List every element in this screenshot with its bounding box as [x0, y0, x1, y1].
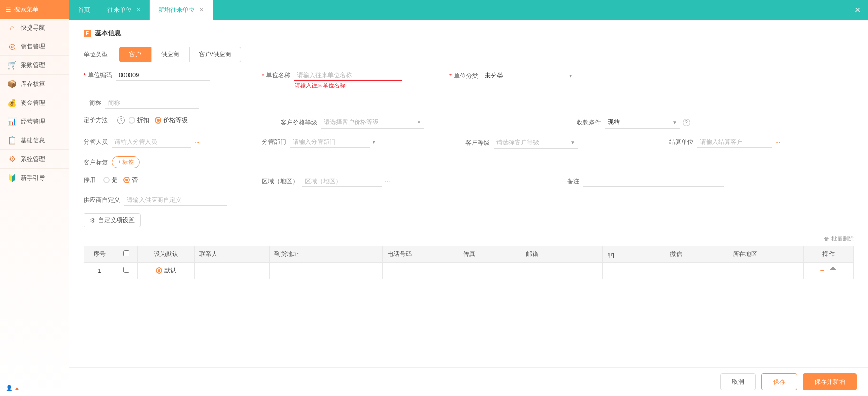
radio-no[interactable]: 否	[123, 176, 138, 184]
type-btn-customer[interactable]: 客户	[119, 47, 151, 62]
settlement-input[interactable]	[697, 136, 772, 148]
sidebar-item-inventory[interactable]: 📦 库存核算	[0, 75, 69, 93]
cancel-button[interactable]: 取消	[720, 373, 756, 390]
add-tag-button[interactable]: + 标签	[112, 156, 140, 168]
sidebar-item-system[interactable]: ⚙ 系统管理	[0, 150, 69, 169]
radio-no-label: 否	[132, 176, 138, 184]
unit-name-group: * 单位名称 请输入往来单位名称	[262, 70, 431, 90]
section-basic-info: F 基本信息	[84, 29, 854, 38]
pricing-hint-icon[interactable]: ?	[117, 116, 125, 124]
fax-input[interactable]	[463, 267, 516, 274]
add-row-button[interactable]: +	[820, 266, 824, 274]
tag-row: 客户标签 + 标签	[84, 156, 854, 168]
operations-icon: 📊	[8, 117, 17, 126]
sidebar-item-operations[interactable]: 📊 经营管理	[0, 112, 69, 131]
delete-row-button[interactable]: 🗑	[830, 266, 837, 274]
unit-type-group: 单位类型 客户 供应商 客户/供应商	[84, 47, 854, 62]
radio-discount[interactable]: 折扣	[129, 116, 149, 124]
search-icon: ☰	[6, 6, 11, 13]
email-input[interactable]	[526, 267, 598, 274]
sidebar-item-quick-nav[interactable]: ⌂ 快捷导航	[0, 19, 69, 37]
payment-hint-icon[interactable]: ?	[683, 119, 690, 126]
unit-code-input[interactable]	[116, 70, 210, 81]
tab-partner-list-label: 往来单位	[107, 6, 132, 14]
sidebar-search[interactable]: ☰ 搜索菜单	[0, 0, 69, 19]
pricing-radio-group: 折扣 价格等级	[129, 116, 188, 124]
contact-input[interactable]	[199, 267, 265, 274]
tab-partner-new[interactable]: 新增往来单位 ✕	[150, 0, 213, 20]
custom-settings-button[interactable]: ⚙ 自定义项设置	[84, 213, 141, 227]
sidebar-item-basic-info[interactable]: 📋 基础信息	[0, 131, 69, 150]
type-btn-both[interactable]: 客户/供应商	[189, 47, 241, 62]
radio-yes[interactable]: 是	[103, 176, 118, 184]
row-fax	[458, 263, 521, 279]
payment-terms-select[interactable]: 现结 ▼	[605, 116, 680, 129]
tab-partner-new-close[interactable]: ✕	[199, 7, 204, 13]
short-name-label: 简称	[89, 99, 101, 107]
department-input[interactable]	[290, 136, 370, 148]
manager-input[interactable]	[112, 136, 191, 148]
type-btn-supplier[interactable]: 供应商	[151, 47, 189, 62]
sidebar-item-label: 系统管理	[21, 155, 45, 163]
unit-name-input[interactable]	[294, 70, 402, 81]
sidebar-item-guide[interactable]: 🔰 新手引导	[0, 169, 69, 187]
unit-category-select[interactable]: 未分类 ▼	[482, 70, 576, 82]
row-default-cell: 默认	[138, 263, 194, 279]
unit-category-value: 未分类	[485, 71, 503, 80]
tab-home-label: 首页	[78, 6, 90, 14]
customer-level-select[interactable]: 请选择客户等级 ▼	[494, 136, 578, 149]
qq-input[interactable]	[608, 267, 661, 274]
chevron-down-icon3: ▼	[672, 120, 677, 125]
customer-price-select[interactable]: 请选择客户价格等级 ▼	[321, 116, 424, 129]
section-icon: F	[84, 30, 91, 37]
supplier-custom-input[interactable]	[124, 194, 227, 206]
region-row-input[interactable]	[733, 267, 799, 274]
sidebar-item-sales[interactable]: ◎ 销售管理	[0, 37, 69, 56]
wechat-input[interactable]	[670, 267, 723, 274]
radio-yes-label: 是	[112, 176, 118, 184]
batch-delete-button[interactable]: 🗑 批量删除	[824, 235, 854, 243]
chevron-down-icon: ▼	[568, 73, 573, 78]
purchase-icon: 🛒	[8, 61, 17, 70]
th-region: 所在地区	[728, 246, 804, 263]
tab-home[interactable]: 首页	[69, 0, 99, 20]
manager-group: 分管人员 ···	[84, 136, 243, 148]
tag-group: 客户标签 + 标签	[84, 156, 854, 168]
radio-discount-label: 折扣	[137, 116, 149, 124]
radio-price-level[interactable]: 价格等级	[155, 116, 188, 124]
window-close-button[interactable]: ✕	[847, 0, 868, 20]
sidebar-item-purchase[interactable]: 🛒 采购管理	[0, 56, 69, 75]
phone-input[interactable]	[388, 267, 453, 274]
customer-level-label: 客户等级	[465, 139, 490, 147]
short-name-input[interactable]	[105, 97, 199, 109]
customer-price-label: 客户价格等级	[281, 118, 317, 127]
select-all-checkbox[interactable]	[123, 250, 129, 256]
sidebar-item-finance[interactable]: 💰 资金管理	[0, 93, 69, 112]
tab-partner-list-close[interactable]: ✕	[137, 7, 141, 13]
sidebar-bottom[interactable]: 👤 ▲	[0, 380, 69, 396]
row-checkbox[interactable]	[123, 267, 129, 273]
row-phone	[383, 263, 458, 279]
system-icon: ⚙	[8, 155, 17, 163]
save-new-button[interactable]: 保存并新增	[803, 373, 857, 390]
quick-nav-icon: ⌂	[8, 23, 17, 32]
tab-partner-list[interactable]: 往来单位 ✕	[99, 0, 150, 20]
remark-input[interactable]	[583, 176, 724, 187]
form-footer: 取消 保存 保存并新增	[69, 367, 868, 396]
th-checkbox	[115, 246, 137, 263]
inventory-icon: 📦	[8, 79, 17, 88]
contact-table: 序号 设为默认 联系人 到货地址 电话号码 传真 邮箱 qq 微信 所在地区 操…	[84, 246, 854, 279]
sidebar-item-label: 销售管理	[21, 42, 45, 51]
address-input[interactable]	[274, 267, 378, 274]
radio-circle-price-level	[155, 117, 161, 124]
manager-more-dots[interactable]: ···	[194, 138, 200, 146]
region-more-dots[interactable]: ···	[385, 178, 390, 185]
save-button[interactable]: 保存	[761, 373, 797, 390]
sidebar-item-label: 库存核算	[21, 80, 45, 88]
row-default-radio[interactable]: 默认	[143, 266, 189, 275]
disable-radio-group: 是 否	[103, 176, 138, 184]
row-email	[521, 263, 602, 279]
chevron-down-icon5: ▼	[571, 140, 575, 145]
region-input[interactable]	[302, 176, 382, 187]
settlement-more-dots[interactable]: ···	[775, 138, 781, 146]
